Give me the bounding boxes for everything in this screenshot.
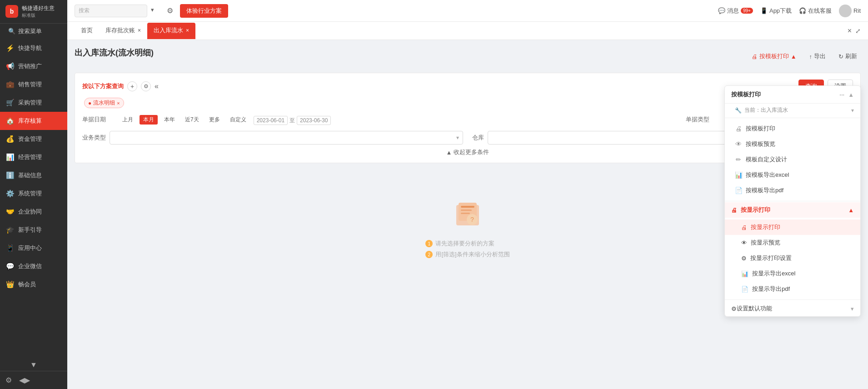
date-last-month[interactable]: 上月 bbox=[119, 115, 137, 125]
app-center-icon: 📱 bbox=[5, 244, 15, 253]
sidebar-item-system[interactable]: ⚙️ 系统管理 bbox=[0, 185, 67, 203]
tab-close-all-btn[interactable]: × bbox=[848, 27, 852, 35]
date-more[interactable]: 更多 bbox=[205, 115, 224, 125]
excel-icon-1: 📊 bbox=[735, 171, 742, 179]
sidebar-item-base-info[interactable]: ℹ️ 基础信息 bbox=[0, 166, 67, 185]
business-type-label: 业务类型 bbox=[82, 134, 106, 142]
tab-home-label: 首页 bbox=[81, 26, 93, 35]
divider-3 bbox=[725, 299, 860, 300]
template-custom-design-item[interactable]: ✏ 模板自定义设计 bbox=[725, 152, 860, 167]
search-input[interactable]: 搜索 bbox=[75, 5, 147, 17]
template-export-pdf-item[interactable]: 📄 按模板导出pdf bbox=[725, 183, 860, 198]
date-custom[interactable]: 自定义 bbox=[226, 115, 250, 125]
top-bar: 搜索 ▾ ⚙ 体验行业方案 💬 消息 99+ 📱 App下载 🎧 在线 bbox=[67, 0, 868, 22]
filter-add-btn[interactable]: + bbox=[127, 81, 137, 91]
app-download-btn[interactable]: 📱 App下载 bbox=[760, 7, 792, 15]
date-from-input[interactable]: 2023-06-01 bbox=[254, 116, 288, 125]
sidebar-item-inventory[interactable]: 🏠 库存核算 bbox=[0, 112, 67, 130]
sidebar-item-label: 系统管理 bbox=[18, 190, 42, 198]
settings-icon[interactable]: ⚙ bbox=[5, 376, 12, 384]
display-print-item[interactable]: 🖨 按显示打印 bbox=[725, 219, 860, 235]
sidebar-item-quick-nav[interactable]: ⚡ 快捷导航 bbox=[0, 39, 67, 57]
display-preview-label: 按显示预览 bbox=[751, 239, 780, 247]
sidebar-item-purchase[interactable]: 🛒 采购管理 bbox=[0, 94, 67, 112]
sidebar-item-wechat[interactable]: 💬 企业微信 bbox=[0, 257, 67, 275]
search-dropdown-btn[interactable]: ▾ bbox=[151, 6, 160, 15]
sidebar-item-label: 企业协同 bbox=[18, 208, 42, 216]
template-preview-item[interactable]: 👁 按模板预览 bbox=[725, 136, 860, 152]
export-icon: ↑ bbox=[809, 53, 813, 60]
svg-rect-2 bbox=[461, 206, 474, 208]
trial-industry-button[interactable]: 体验行业方案 bbox=[180, 4, 228, 18]
sidebar-item-marketing[interactable]: 📢 营销推广 bbox=[0, 57, 67, 75]
export-btn[interactable]: ↑ 导出 bbox=[806, 50, 830, 62]
print-template-btn[interactable]: 🖨 按模板打印 ▲ bbox=[748, 50, 800, 62]
filter-collapse-icon[interactable]: « bbox=[155, 82, 159, 90]
purchase-icon: 🛒 bbox=[5, 98, 15, 107]
current-chevron: ▾ bbox=[851, 107, 854, 114]
flow-detail-tag[interactable]: ● 流水明细 × bbox=[84, 98, 124, 108]
sidebar-item-label: 销售管理 bbox=[18, 80, 42, 89]
sidebar-item-enterprise[interactable]: 🤝 企业协同 bbox=[0, 203, 67, 221]
settings-gear-btn[interactable]: ⚙ bbox=[164, 5, 176, 17]
dropdown-current-item: 🔧 当前：出入库流水 ▾ bbox=[725, 104, 860, 117]
logo-sub: 标准版 bbox=[22, 12, 55, 19]
date-last-7-days[interactable]: 近7天 bbox=[181, 115, 203, 125]
tab-inventory-batch[interactable]: 库存批次账 × bbox=[99, 23, 147, 39]
display-preview-item[interactable]: 👁 按显示预览 bbox=[725, 235, 860, 250]
tag-close-btn[interactable]: × bbox=[117, 100, 120, 106]
template-print-item[interactable]: 🖨 按模板打印 bbox=[725, 121, 860, 136]
more-btn-icon[interactable]: ··· bbox=[839, 91, 844, 98]
doc-type-filter-label: 单据类型 bbox=[686, 115, 722, 124]
display-export-pdf-item[interactable]: 📄 按显示导出pdf bbox=[725, 281, 860, 297]
design-icon: ✏ bbox=[735, 156, 742, 163]
set-default-footer[interactable]: ⚙ 设置默认功能 ▾ bbox=[725, 301, 860, 316]
display-export-excel-item[interactable]: 📊 按显示导出excel bbox=[725, 266, 860, 281]
empty-step1-label: 请先选择要分析的方案 bbox=[435, 239, 494, 248]
sidebar-item-vip[interactable]: 👑 畅会员 bbox=[0, 275, 67, 294]
display-print-section-header[interactable]: 🖨 按显示打印 ▲ bbox=[725, 202, 860, 218]
tab-expand-btn[interactable]: ⤢ bbox=[855, 27, 861, 35]
sidebar-item-guide[interactable]: 🎓 新手引导 bbox=[0, 221, 67, 239]
date-to-input[interactable]: 2023-06-30 bbox=[297, 116, 331, 125]
tab-stock-flow[interactable]: 出入库流水 × bbox=[147, 23, 195, 39]
collapse-sidebar-icon[interactable]: ◀▶ bbox=[19, 376, 30, 384]
sidebar-item-app-center[interactable]: 📱 应用中心 bbox=[0, 239, 67, 257]
filter-title: 按以下方案查询 bbox=[82, 82, 124, 90]
sidebar-item-finance[interactable]: 💰 资金管理 bbox=[0, 130, 67, 148]
sidebar-scroll-down[interactable]: ▼ bbox=[0, 359, 67, 371]
top-bar-left: 搜索 ▾ ⚙ 体验行业方案 bbox=[75, 4, 228, 18]
date-filter-label: 单据日期 bbox=[82, 115, 119, 124]
empty-state-icon: ? bbox=[449, 196, 486, 232]
dropdown-header: 按模板打印 ··· ▲ bbox=[725, 86, 860, 104]
display-section-icon: 🖨 bbox=[731, 207, 737, 214]
online-service-btn[interactable]: 🎧 在线客服 bbox=[799, 7, 832, 15]
tab-inventory-batch-close[interactable]: × bbox=[138, 27, 141, 34]
set-default-icon: ⚙ bbox=[731, 305, 737, 312]
date-this-year[interactable]: 本年 bbox=[160, 115, 179, 125]
display-print-settings-item[interactable]: ⚙ 按显示打印设置 bbox=[725, 250, 860, 266]
sidebar-item-sales[interactable]: 💼 销售管理 bbox=[0, 75, 67, 94]
print-chevron-up: ▲ bbox=[791, 53, 797, 60]
sidebar-item-operations[interactable]: 📊 经营管理 bbox=[0, 148, 67, 166]
display-preview-icon: 👁 bbox=[741, 239, 747, 246]
tab-stock-flow-close[interactable]: × bbox=[186, 27, 189, 34]
sidebar-item-label: 采购管理 bbox=[18, 99, 42, 107]
business-type-select[interactable]: ▾ bbox=[110, 131, 463, 145]
current-icon: 🔧 bbox=[735, 107, 742, 114]
date-this-month[interactable]: 本月 bbox=[140, 115, 158, 125]
business-type-field: 业务类型 ▾ bbox=[82, 131, 463, 145]
app-download-icon: 📱 bbox=[760, 7, 768, 14]
sales-icon: 💼 bbox=[5, 80, 15, 89]
sidebar-item-label: 资金管理 bbox=[18, 135, 42, 143]
user-avatar-area[interactable]: Rit bbox=[839, 5, 861, 17]
set-default-chevron: ▾ bbox=[851, 305, 854, 312]
dropdown-chevron-up[interactable]: ▲ bbox=[848, 91, 854, 98]
filter-gear-btn[interactable]: ⚙ bbox=[141, 81, 151, 91]
sidebar-search-menu[interactable]: 🔍 搜索菜单 bbox=[0, 24, 67, 39]
template-export-excel-item[interactable]: 📊 按模板导出excel bbox=[725, 167, 860, 183]
message-btn[interactable]: 💬 消息 99+ bbox=[718, 7, 753, 15]
tab-home[interactable]: 首页 bbox=[75, 23, 99, 39]
refresh-btn[interactable]: ↻ 刷新 bbox=[835, 50, 861, 62]
collapse-btn[interactable]: ▲ 收起更多条件 bbox=[446, 148, 489, 156]
